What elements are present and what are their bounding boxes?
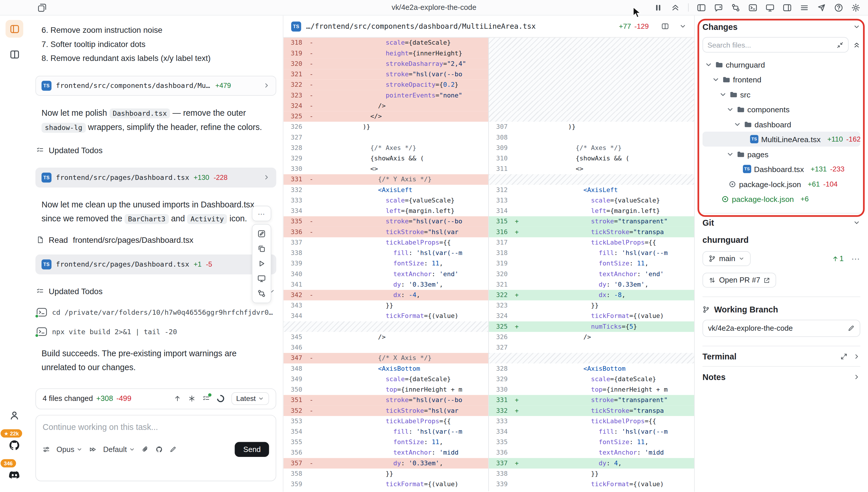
file-edit-card-dashboard[interactable]: TS frontend/src/pages/Dashboard.tsx +130…: [36, 167, 276, 188]
tree-folder-components[interactable]: components: [703, 102, 860, 117]
terminal-section-header[interactable]: Terminal: [703, 346, 860, 366]
composer[interactable]: Continue working on this task... Opus De…: [36, 415, 276, 481]
working-branch-input[interactable]: vk/4e2a-explore-the-code: [703, 320, 860, 337]
diff-row: 347- {/* X Axis */}: [283, 353, 488, 364]
chevron-right-icon[interactable]: [853, 353, 861, 360]
branch-selector[interactable]: main: [703, 251, 751, 266]
layout-right-icon[interactable]: [782, 2, 793, 13]
scroll-up-icon[interactable]: [173, 395, 181, 402]
collapse-panel-icon[interactable]: [670, 2, 681, 13]
run-icon[interactable]: [254, 256, 269, 271]
github-icon[interactable]: [156, 446, 163, 453]
gear-icon[interactable]: [850, 2, 861, 13]
pause-icon[interactable]: [653, 2, 664, 13]
github-icon[interactable]: [5, 437, 23, 454]
terminal-command-row[interactable]: cd /private/var/folders/10/h7w0q46556ggr…: [36, 307, 276, 317]
collapse-diagonal-icon[interactable]: [836, 41, 844, 48]
help-icon[interactable]: [833, 2, 844, 13]
app-sidebar-icon[interactable]: [5, 20, 23, 38]
layout-left-icon[interactable]: [696, 2, 707, 13]
tree-folder-churnguard[interactable]: churnguard: [703, 57, 860, 72]
diff-filler-row: [489, 38, 694, 48]
updated-todos-row[interactable]: Updated Todos: [36, 284, 276, 298]
sliders-icon[interactable]: [43, 446, 50, 453]
loading-spinner: [215, 393, 226, 403]
star-icon: ★: [4, 430, 10, 437]
pencil-icon[interactable]: [847, 325, 855, 332]
diff-row: 332+ tickStroke="transpa: [489, 405, 694, 416]
expand-icon[interactable]: [840, 353, 848, 360]
mode-selector[interactable]: Default: [103, 445, 135, 453]
latest-dropdown[interactable]: Latest: [231, 392, 269, 405]
share-icon[interactable]: [816, 2, 827, 13]
diff-filler-row: [489, 111, 694, 122]
typescript-file-icon: TS: [743, 165, 751, 173]
git-compare-icon[interactable]: [730, 2, 741, 13]
copy-icon[interactable]: [254, 241, 269, 256]
paperclip-icon[interactable]: [142, 446, 149, 453]
asterisk-icon[interactable]: [188, 395, 195, 402]
diff-filler-row: [489, 48, 694, 58]
tree-folder-src[interactable]: src: [703, 87, 860, 101]
diff-row: 354 fill: 'hsl(var(--m: [283, 426, 488, 437]
chat-bubble-icon[interactable]: [713, 2, 724, 13]
send-button[interactable]: Send: [235, 442, 269, 457]
split-view-icon[interactable]: [662, 23, 669, 30]
tree-file-package-lock-json[interactable]: package-lock.json+61-104: [703, 176, 860, 191]
todos-status-icon[interactable]: [202, 395, 210, 402]
tree-folder-dashboard[interactable]: dashboard: [703, 117, 860, 131]
files-changed-label: 4 files changed: [43, 395, 93, 403]
open-pr-button[interactable]: Open PR #7: [703, 273, 776, 288]
diff-row: 324 tickFormat={(value): [489, 311, 694, 321]
app-window: vk/4e2a-explore-the-code ★ 22k 346: [0, 0, 868, 492]
updated-todos-row[interactable]: Updated Todos: [36, 143, 276, 157]
tree-file-multilinearea-tsx[interactable]: TSMultiLineArea.tsx+110-162: [703, 132, 860, 147]
menu-icon[interactable]: [799, 2, 810, 13]
monitor-icon[interactable]: [254, 271, 269, 286]
chevron-down-icon: [738, 255, 745, 262]
diff-row: 318 fill: 'hsl(var(--m: [489, 248, 694, 258]
composer-input[interactable]: Continue working on this task...: [43, 422, 269, 431]
board-icon[interactable]: [5, 45, 23, 63]
fast-forward-icon[interactable]: [89, 446, 97, 453]
diff-row: 330 <>: [283, 164, 488, 174]
diff-row: 325+ numTicks={5}: [489, 321, 694, 332]
working-branch-header: Working Branch: [703, 305, 860, 314]
changes-section-header[interactable]: Changes: [703, 22, 860, 31]
diff-row: 327: [283, 132, 488, 143]
deletions-count: -228: [214, 173, 228, 181]
tree-folder-frontend[interactable]: frontend: [703, 72, 860, 87]
diff-row: 336 textAnchor: 'midd: [489, 448, 694, 458]
tabs-icon[interactable]: [37, 2, 48, 13]
open-in-editor-icon[interactable]: [254, 226, 269, 241]
diff-file-header[interactable]: TS …/frontend/src/components/dashboard/M…: [283, 16, 694, 38]
chevron-right-icon[interactable]: [853, 373, 861, 380]
git-compare-icon[interactable]: [254, 286, 269, 301]
discord-icon[interactable]: [5, 466, 23, 484]
pen-icon[interactable]: [169, 446, 177, 453]
model-selector[interactable]: Opus: [56, 445, 83, 453]
tree-file-dashboard-tsx[interactable]: TSDashboard.tsx+131-233: [703, 162, 860, 176]
chevron-down-icon[interactable]: [679, 23, 686, 30]
read-file-row[interactable]: Read frontend/src/pages/Dashboard.tsx: [36, 235, 276, 244]
monitor-icon[interactable]: [765, 2, 775, 13]
tree-folder-pages[interactable]: pages: [703, 147, 860, 161]
search-input[interactable]: Search files...: [703, 37, 848, 52]
changes-summary-bar[interactable]: 4 files changed +308 -499 Latest: [36, 388, 276, 409]
collapse-all-icon[interactable]: [853, 41, 861, 48]
file-edit-card-multilinearea[interactable]: TS frontend/src/components/dashboard/Mul…: [36, 75, 276, 95]
diff-row: 326 />: [489, 332, 694, 342]
file-edit-card-dashboard-2[interactable]: TS frontend/src/pages/Dashboard.tsx +1 -…: [36, 254, 276, 274]
diff-file-path: …/frontend/src/components/dashboard/Mult…: [306, 22, 536, 30]
github-rail-item: ★ 22k: [5, 437, 23, 454]
more-icon[interactable]: ⋯: [254, 208, 269, 219]
terminal-icon[interactable]: [747, 2, 758, 13]
notes-section-header[interactable]: Notes: [703, 367, 860, 387]
terminal-command-row[interactable]: npx vite build 2>&1 | tail -20: [36, 327, 276, 336]
diff-panel: TS …/frontend/src/components/dashboard/M…: [283, 16, 694, 492]
git-section-header[interactable]: Git: [703, 218, 860, 227]
person-icon[interactable]: [5, 407, 23, 424]
more-icon[interactable]: ⋯: [851, 253, 861, 264]
tree-file-package-lock-json[interactable]: package-lock.json+6: [703, 192, 860, 206]
terminal-icon: [37, 307, 47, 317]
